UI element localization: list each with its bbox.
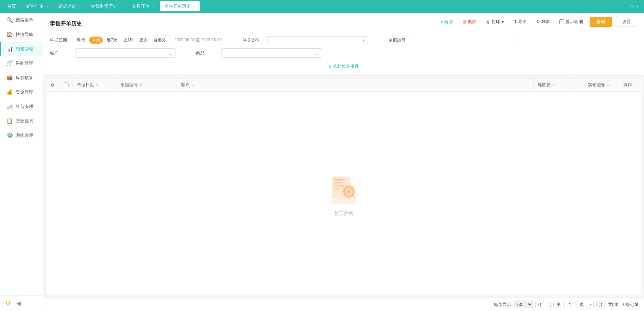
sidebar-label-system: 系统管理	[16, 133, 33, 139]
collapse-label: 收起更多条件	[333, 63, 359, 69]
product-input[interactable]: ...	[221, 48, 322, 58]
refresh-button[interactable]: ↻ 刷新	[534, 17, 553, 26]
sidebar-item-search[interactable]: 🔍搜索采单	[0, 13, 43, 27]
sidebar-label-sales: 销售管理	[16, 46, 33, 52]
sidebar-label-quick-nav: 快捷导航	[16, 32, 33, 38]
tab-close-retail-order[interactable]: ×	[152, 4, 154, 8]
sidebar-item-purchase[interactable]: 🛒采购管理	[0, 56, 43, 70]
tab-bar: 首页销售订单×销货退货×销货退货历史×零售开单×零售开单历史× — □ ×	[0, 0, 644, 13]
close-icon[interactable]: ×	[636, 4, 639, 9]
tab-close-sales-return-history[interactable]: ×	[120, 4, 122, 8]
sidebar-item-sales[interactable]: 📊销售管理	[0, 42, 43, 56]
col-date[interactable]: 单据日期 ⇅	[73, 79, 116, 91]
collapse-sidebar-icon[interactable]: ◀	[16, 300, 21, 307]
tab-retail-order[interactable]: 零售开单×	[127, 1, 159, 11]
collapse-filter-btn[interactable]: ∧ 收起更多条件	[50, 62, 637, 70]
tab-sales-order[interactable]: 销售订单×	[21, 1, 53, 11]
tab-sales-return[interactable]: 销货退货×	[54, 1, 85, 11]
sidebar-item-system[interactable]: ⚙️系统管理	[0, 128, 43, 143]
maximize-icon[interactable]: □	[631, 4, 634, 9]
sidebar-label-inventory: 库存核算	[16, 75, 33, 81]
minimize-icon[interactable]: —	[624, 4, 628, 9]
sidebar-label-search: 搜索采单	[16, 17, 33, 23]
doc-num-input[interactable]	[414, 36, 514, 44]
customer-label: 客户	[50, 50, 68, 56]
sidebar-item-inventory[interactable]: 📦库存核算	[0, 70, 43, 85]
prev-page-btn[interactable]: ⟨	[547, 301, 554, 308]
doc-type-select[interactable]: ▾	[267, 36, 368, 44]
page-num-input[interactable]	[563, 301, 577, 308]
svg-point-0	[330, 199, 357, 204]
col-guide[interactable]: 导购员 ⇅	[534, 79, 574, 91]
export-button[interactable]: ⬆ 导出	[511, 17, 530, 26]
col-num-label: 单据编号	[120, 82, 138, 88]
sidebar-item-operation[interactable]: 📈经营管理	[0, 99, 43, 114]
content-area: 零售开单历史 + 新增 🗑 删除 🖨 打印 ▾ ⬆ 导出 ↻ 刷新 显示明细 查…	[43, 13, 644, 311]
display-detail-checkbox[interactable]: 显示明细	[557, 17, 586, 26]
date-quick-btns: 昨天 今天 近7天 近1月 更多 自定义	[75, 37, 167, 44]
tab-retail-order-history[interactable]: 零售开单历史×	[160, 1, 200, 11]
window-controls: — □ ×	[624, 4, 641, 9]
col-date-label: 单据日期	[77, 82, 94, 88]
toolbar: + 新增 🗑 删除 🖨 打印 ▾ ⬆ 导出 ↻ 刷新 显示明细 查询 设置	[438, 17, 637, 31]
total-label: 共0页，0条记录	[608, 302, 639, 308]
per-page-select[interactable]: 50 10 20 100	[514, 301, 533, 308]
col-checkbox[interactable]	[59, 79, 73, 91]
filter-row-1: 单据日期 昨天 今天 近7天 近1月 更多 自定义 2023-06-02 至 2…	[50, 36, 637, 44]
sidebar-label-finance: 资金管理	[16, 89, 33, 95]
doc-num-label: 单据编号	[388, 37, 407, 43]
tab-close-retail-order-history[interactable]: ×	[193, 4, 195, 8]
filter-row-2: 客户 ... 商品 ...	[50, 48, 637, 58]
sidebar-icon-finance: 💰	[6, 89, 13, 95]
col-settings[interactable]: ⚙	[46, 79, 59, 91]
sidebar-item-base-info[interactable]: 📋基础信息	[0, 114, 43, 128]
gear-icon[interactable]: ⚙	[5, 300, 11, 307]
sort-customer-icon: ⇅	[191, 83, 194, 87]
add-button[interactable]: + 新增	[438, 17, 455, 26]
page-of-label: 页	[580, 302, 584, 308]
sort-guide-icon: ⇅	[552, 83, 555, 87]
col-amount[interactable]: 实销金额 ⇅	[574, 79, 614, 91]
main-layout: 🔍搜索采单🏠快捷导航📊销售管理🛒采购管理📦库存核算💰资金管理📈经营管理📋基础信息…	[0, 13, 644, 311]
customer-input[interactable]: ...	[75, 48, 176, 58]
tab-close-sales-order[interactable]: ×	[46, 4, 48, 8]
sidebar-label-base-info: 基础信息	[16, 118, 33, 124]
collapse-icon: ∧	[328, 64, 332, 69]
date-btn-more[interactable]: 更多	[137, 37, 149, 44]
settings-button[interactable]: 设置	[616, 17, 637, 27]
date-btn-today[interactable]: 今天	[89, 37, 103, 44]
col-customer[interactable]: 客户 ⇅	[177, 79, 534, 91]
query-button[interactable]: 查询	[590, 17, 612, 27]
print-label: 🖨 打印	[486, 19, 500, 25]
date-btn-custom[interactable]: 自定义	[151, 37, 167, 44]
tab-close-sales-return[interactable]: ×	[79, 4, 81, 8]
sidebar-icon-quick-nav: 🏠	[6, 31, 13, 38]
doc-type-label: 单据类型	[242, 37, 261, 43]
date-btn-yesterday[interactable]: 昨天	[75, 37, 87, 44]
col-num[interactable]: 单据编号 ⇅	[116, 79, 177, 91]
customer-dots-icon[interactable]: ...	[168, 50, 173, 56]
last-page-btn[interactable]: ⟩⟩	[596, 301, 605, 308]
sidebar-item-quick-nav[interactable]: 🏠快捷导航	[0, 27, 43, 42]
display-detail-check[interactable]	[559, 19, 564, 24]
tab-home[interactable]: 首页	[3, 1, 21, 11]
select-all-checkbox[interactable]	[64, 83, 68, 87]
svg-point-9	[347, 190, 350, 193]
table-header: ⚙ 单据日期 ⇅ 单据编号 ⇅ 客户 ⇅ 导购员 ⇅	[46, 79, 641, 92]
sidebar-icon-operation: 📈	[6, 103, 13, 110]
chevron-down-icon: ▾	[362, 38, 364, 43]
sidebar-item-finance[interactable]: 💰资金管理	[0, 85, 43, 99]
delete-button[interactable]: 🗑 删除	[460, 17, 480, 26]
sidebar-icon-inventory: 📦	[6, 74, 13, 81]
pagination: 每页显示 50 10 20 100 ⟨⟨ ⟨ 第 页 ⟩ ⟩⟩ 共0页，0条记录	[43, 298, 644, 311]
date-btn-1month[interactable]: 近1月	[121, 37, 136, 44]
next-page-btn[interactable]: ⟩	[587, 301, 594, 308]
date-btn-7days[interactable]: 近7天	[105, 37, 119, 44]
print-button[interactable]: 🖨 打印 ▾	[483, 17, 507, 26]
col-guide-label: 导购员	[538, 82, 551, 88]
display-detail-label: 显示明细	[565, 19, 583, 25]
sidebar-icon-search: 🔍	[6, 17, 13, 23]
tab-sales-return-history[interactable]: 销货退货历史×	[86, 1, 127, 11]
product-dots-icon[interactable]: ...	[315, 50, 319, 56]
first-page-btn[interactable]: ⟨⟨	[535, 301, 544, 308]
